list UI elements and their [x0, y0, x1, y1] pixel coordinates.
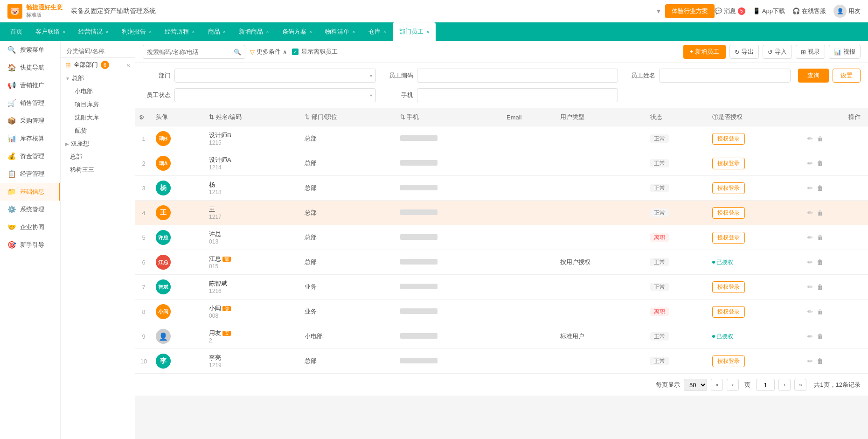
tab-bom[interactable]: 物料清单×	[319, 22, 361, 41]
close-history-icon[interactable]: ×	[192, 29, 194, 35]
delete-icon[interactable]: 🗑	[817, 308, 823, 315]
auth-login-btn[interactable]: 授权登录	[712, 232, 745, 244]
auth-login-btn[interactable]: 授权登录	[712, 281, 745, 293]
close-barcode-icon[interactable]: ×	[309, 29, 312, 35]
tab-goods[interactable]: 商品×	[201, 22, 232, 41]
tree-node-shenyang[interactable]: 沈阳大库	[61, 111, 135, 124]
edit-icon[interactable]: ✏	[807, 333, 813, 340]
auth-login-btn[interactable]: 授权登录	[712, 158, 745, 169]
col-name[interactable]: ⇅ 姓名/编码	[205, 108, 301, 126]
app-download-btn[interactable]: 📱 App下载	[753, 7, 785, 15]
dept-search-input[interactable]	[66, 48, 135, 55]
close-newgoods-icon[interactable]: ×	[266, 29, 269, 35]
dept-tree-header[interactable]: ⊞ 全部部门 6 «	[61, 58, 135, 72]
empname-input[interactable]	[659, 69, 791, 83]
set-btn[interactable]: 设置	[833, 69, 861, 83]
tree-node-zongbu-parent[interactable]: ▼ 总部	[61, 72, 135, 85]
phone-input[interactable]	[417, 88, 618, 102]
col-phone[interactable]: ⇅ 手机	[396, 108, 503, 126]
tree-node-xiaodian[interactable]: 小电部	[61, 85, 135, 98]
edit-icon[interactable]: ✏	[807, 258, 813, 266]
tab-customer[interactable]: 客户联络×	[29, 22, 72, 41]
add-employee-btn[interactable]: + 新增员工	[683, 45, 726, 59]
sidebar-item-mgmt[interactable]: 📋 经营管理	[0, 165, 60, 183]
message-btn[interactable]: 💬 消息 5	[715, 7, 745, 15]
close-customer-icon[interactable]: ×	[62, 29, 65, 35]
trial-button[interactable]: 体验行业方案	[665, 4, 715, 18]
auth-login-btn[interactable]: 授权登录	[712, 355, 745, 367]
dept-select[interactable]	[174, 69, 376, 83]
close-bom-icon[interactable]: ×	[352, 29, 355, 35]
page-last-btn[interactable]: »	[794, 379, 806, 391]
col-dept[interactable]: ⇅ 部门/职位	[301, 108, 396, 126]
delete-icon[interactable]: 🗑	[817, 160, 823, 167]
show-resign-toggle[interactable]: ✓ 显示离职员工	[292, 48, 338, 56]
settings-icon[interactable]: ▾	[657, 7, 660, 15]
online-service-btn[interactable]: 🎧 在线客服	[792, 7, 826, 15]
close-warehouse-icon[interactable]: ×	[383, 29, 386, 35]
sidebar-item-purchase[interactable]: 📦 采购管理	[0, 112, 60, 130]
export-btn[interactable]: ↻ 导出	[729, 45, 759, 59]
tree-node-xiangmu[interactable]: 项目库房	[61, 98, 135, 111]
tab-home[interactable]: 首页	[4, 22, 29, 41]
edit-icon[interactable]: ✏	[807, 283, 813, 291]
page-first-btn[interactable]: «	[711, 379, 723, 391]
tab-warehouse[interactable]: 仓库×	[362, 22, 393, 41]
delete-icon[interactable]: 🗑	[817, 283, 823, 291]
report-btn[interactable]: 📊 视报	[829, 45, 861, 59]
tab-history[interactable]: 经营历程×	[158, 22, 201, 41]
tree-node-peihuo[interactable]: 配货	[61, 124, 135, 137]
page-prev-btn[interactable]: ‹	[727, 379, 739, 391]
sidebar-item-basic[interactable]: 📁 基础信息	[0, 183, 60, 201]
close-operation-icon[interactable]: ×	[105, 29, 108, 35]
sidebar-item-sales[interactable]: 🛒 销售管理	[0, 94, 60, 112]
edit-icon[interactable]: ✏	[807, 135, 813, 142]
empstatus-select[interactable]	[174, 88, 376, 102]
auth-login-btn[interactable]: 授权登录	[712, 133, 745, 145]
resign-checkbox[interactable]: ✓	[292, 49, 299, 55]
sidebar-item-marketing[interactable]: 📢 营销推广	[0, 77, 60, 94]
delete-icon[interactable]: 🗑	[817, 135, 823, 142]
tab-profit[interactable]: 利润报告×	[115, 22, 158, 41]
auth-login-btn[interactable]: 授权登录	[712, 207, 745, 219]
close-profit-icon[interactable]: ×	[149, 29, 152, 35]
delete-icon[interactable]: 🗑	[817, 357, 823, 365]
sidebar-item-finance[interactable]: 💰 资金管理	[0, 147, 60, 165]
sidebar-item-quicknav[interactable]: 🏠 快捷导航	[0, 59, 60, 77]
auth-login-btn[interactable]: 授权登录	[712, 182, 745, 194]
page-next-btn[interactable]: ›	[778, 379, 791, 391]
tree-node-shuangzuo[interactable]: ▶ 双座想	[61, 137, 135, 150]
delete-icon[interactable]: 🗑	[817, 184, 823, 192]
edit-icon[interactable]: ✏	[807, 160, 813, 167]
import-btn[interactable]: ↺ 导入	[763, 45, 792, 59]
tab-barcode[interactable]: 条码方案×	[276, 22, 319, 41]
sidebar-item-collab[interactable]: 🤝 企业协同	[0, 218, 60, 236]
search-icon[interactable]: 🔍	[234, 49, 241, 56]
close-dept-icon[interactable]: ×	[426, 29, 429, 35]
page-input[interactable]	[756, 379, 775, 391]
edit-icon[interactable]: ✏	[807, 234, 813, 241]
tree-collapse-icon[interactable]: «	[126, 61, 130, 69]
empcode-input[interactable]	[417, 69, 618, 83]
tree-node-zongbu2[interactable]: 总部	[61, 150, 135, 163]
sidebar-item-search[interactable]: 🔍 搜索菜单	[0, 41, 60, 59]
delete-icon[interactable]: 🗑	[817, 209, 823, 216]
tab-new-goods[interactable]: 新增商品×	[232, 22, 275, 41]
auth-login-btn[interactable]: 授权登录	[712, 306, 745, 318]
edit-icon[interactable]: ✏	[807, 357, 813, 365]
delete-icon[interactable]: 🗑	[817, 234, 823, 241]
edit-icon[interactable]: ✏	[807, 308, 813, 315]
sidebar-item-guide[interactable]: 🎯 新手引导	[0, 236, 60, 254]
user-btn[interactable]: 👤 用友	[833, 5, 861, 18]
col-settings[interactable]: ⚙	[135, 108, 152, 126]
per-page-select[interactable]: 50 100	[684, 379, 707, 391]
edit-icon[interactable]: ✏	[807, 184, 813, 192]
sidebar-item-system[interactable]: ⚙️ 系统管理	[0, 201, 60, 218]
view-btn[interactable]: ⊞ 视录	[796, 45, 825, 59]
tab-dept-employee[interactable]: 部门员工×	[393, 22, 436, 41]
sidebar-item-inventory[interactable]: 📊 库存核算	[0, 130, 60, 147]
more-filter-btn[interactable]: ▽ 更多条件 ∧	[250, 48, 287, 56]
tree-node-xishuwang[interactable]: 稀树王三	[61, 163, 135, 176]
close-goods-icon[interactable]: ×	[223, 29, 226, 35]
edit-icon[interactable]: ✏	[807, 209, 813, 216]
